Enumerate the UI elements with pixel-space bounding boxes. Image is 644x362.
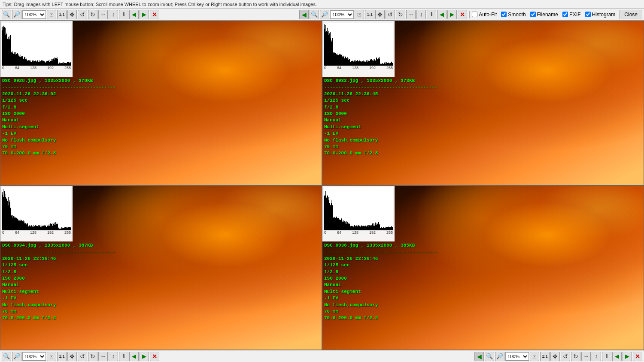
one-to-one-button-bottom-r[interactable]: 1:1	[540, 352, 550, 361]
one-to-one-button-top[interactable]: 1:1	[57, 10, 67, 19]
smooth-checkbox-label[interactable]: Smooth	[501, 12, 526, 18]
zoom-out-button[interactable]: 🔎	[12, 10, 21, 19]
fit-button-top[interactable]: ⊡	[47, 10, 56, 19]
info-button[interactable]: ℹ	[119, 10, 128, 19]
histogram-checkbox-label[interactable]: Histogram	[585, 12, 616, 18]
histogram-canvas-bl	[2, 187, 71, 230]
delete-button-top[interactable]: ✕	[150, 10, 159, 19]
exif-bl-shutter: 1/125 sec	[2, 262, 115, 268]
prev-button-top[interactable]: ◀	[129, 10, 139, 19]
exif-br-mode: Manual	[324, 282, 437, 288]
flip-h-button-br[interactable]: ↔	[581, 352, 591, 361]
flip-v-icon: ↕	[112, 11, 115, 18]
zoom-select-top-r[interactable]: 100%	[330, 10, 354, 19]
zoom-in-b-icon: 🔍	[3, 353, 10, 359]
info-b-icon: ℹ	[123, 353, 125, 359]
histogram-labels-br: 0 64 128 192 255	[322, 230, 395, 235]
zoom-in-button-br[interactable]: 🔍	[485, 352, 494, 361]
fit-button-top-r[interactable]: ⊡	[355, 10, 364, 19]
flip-v-button-r[interactable]: ↕	[416, 10, 426, 19]
close-button[interactable]: Close	[620, 10, 642, 19]
flip-h-br-icon: ↔	[583, 353, 589, 359]
info-button-br[interactable]: ℹ	[602, 352, 611, 361]
exif-tl-metering: Multi-segment	[2, 124, 115, 130]
exif-tl-shutter: 1/125 sec	[2, 97, 115, 104]
prev-button-bottom[interactable]: ◀	[129, 352, 139, 361]
flip-h-button-r[interactable]: ↔	[406, 10, 416, 19]
flip-v-button-br[interactable]: ↕	[592, 352, 601, 361]
zoom-select-bottom[interactable]: 100%	[22, 352, 46, 361]
flip-v-button[interactable]: ↕	[109, 10, 118, 19]
exif-tl-lens: 70.0-200.0 mm f/2.8	[2, 150, 115, 157]
fit-button-bottom-r[interactable]: ⊡	[530, 352, 539, 361]
pan-b-icon: ✥	[70, 353, 75, 360]
zoom-out-button-br[interactable]: 🔎	[495, 352, 504, 361]
pan-button-bottom[interactable]: ✥	[67, 352, 77, 361]
zoom-select-bottom-r[interactable]: 100%	[505, 352, 529, 361]
panel-top-right[interactable]: 0 64 128 192 255 DSC_0932.jpg , 1335x200…	[322, 21, 644, 185]
info-br-icon: ℹ	[606, 353, 608, 359]
prev-br-icon: ◀	[615, 353, 619, 359]
smooth-checkbox[interactable]	[501, 12, 507, 17]
exif-bl-focal: 70 mm	[2, 308, 115, 315]
zoom-out-b-icon: 🔎	[13, 353, 20, 359]
info-button-b[interactable]: ℹ	[119, 352, 128, 361]
exif-checkbox-label[interactable]: EXIF	[562, 12, 581, 18]
zoom-select-top[interactable]: 100%	[22, 10, 46, 19]
panel-bottom-left[interactable]: 0 64 128 192 255 DSC_0934.jpg , 1335x200…	[0, 185, 322, 350]
exif-checkbox[interactable]	[562, 12, 568, 17]
exif-tr: DSC_0932.jpg , 1335x2000 , 373KB -------…	[322, 77, 439, 158]
rotate-right-button-br[interactable]: ↻	[571, 352, 580, 361]
delete-button-top-r[interactable]: ✕	[458, 10, 467, 19]
exif-br-ev: -1 EV	[324, 295, 437, 302]
zoom-out-button-r[interactable]: 🔎	[320, 10, 329, 19]
zoom-out-button-b[interactable]: 🔎	[12, 352, 21, 361]
next-button-top-r[interactable]: ▶	[447, 10, 457, 19]
pan-button-top-r[interactable]: ✥	[375, 10, 385, 19]
flip-h-button-b[interactable]: ↔	[98, 352, 108, 361]
filename-checkbox[interactable]	[530, 12, 536, 17]
pan-button-top[interactable]: ✥	[67, 10, 77, 19]
nav-prev-b-icon: ◀	[477, 353, 482, 360]
histogram-labels-tl: 0 64 128 192 255	[0, 66, 73, 70]
autofit-checkbox[interactable]	[472, 12, 477, 17]
fit-button-bottom[interactable]: ⊡	[47, 352, 56, 361]
panel-top-left[interactable]: 0 64 128 192 255 DSC_0928.jpg , 1335x200…	[0, 21, 322, 185]
one-to-one-button-top-r[interactable]: 1:1	[365, 10, 374, 19]
one-to-one-button-bottom[interactable]: 1:1	[57, 352, 67, 361]
exif-tl-dashes: ----------------------------------------	[2, 84, 115, 90]
nav-prev-top[interactable]: ◀	[299, 10, 309, 19]
next-button-bottom[interactable]: ▶	[140, 352, 149, 361]
histogram-canvas-br	[324, 187, 393, 230]
histogram-checkbox[interactable]	[585, 12, 591, 17]
delete-button-bottom-r[interactable]: ✕	[633, 352, 642, 361]
zoom-in-button-r[interactable]: 🔍	[310, 10, 319, 19]
exif-bl-iso: ISO 2000	[2, 275, 115, 282]
info-button-r[interactable]: ℹ	[427, 10, 436, 19]
exif-tr-aperture: f/2.8	[324, 104, 437, 111]
zoom-in-button[interactable]: 🔍	[2, 10, 11, 19]
next-button-top[interactable]: ▶	[140, 10, 149, 19]
prev-button-top-r[interactable]: ◀	[437, 10, 447, 19]
rotate-left-button-br[interactable]: ↺	[561, 352, 570, 361]
rotate-left-button[interactable]: ↺	[78, 10, 87, 19]
rotate-right-button-b[interactable]: ↻	[88, 352, 97, 361]
rotate-left-button-b[interactable]: ↺	[78, 352, 87, 361]
zoom-in-button-b[interactable]: 🔍	[2, 352, 11, 361]
rotate-left-button-r[interactable]: ↺	[386, 10, 395, 19]
delete-button-bottom[interactable]: ✕	[150, 352, 159, 361]
prev-button-bottom-r[interactable]: ◀	[612, 352, 622, 361]
fit-r-icon: ⊡	[357, 12, 361, 18]
nav-prev-bottom[interactable]: ◀	[474, 352, 484, 361]
exif-bl-lens: 70.0-200.0 mm f/2.8	[2, 315, 115, 321]
flip-h-button[interactable]: ↔	[98, 10, 108, 19]
pan-button-bottom-r[interactable]: ✥	[550, 352, 560, 361]
exif-tr-mode: Manual	[324, 117, 437, 124]
rotate-right-button-r[interactable]: ↻	[396, 10, 405, 19]
next-button-bottom-r[interactable]: ▶	[623, 352, 632, 361]
panel-bottom-right[interactable]: 0 64 128 192 255 DSC_0936.jpg , 1335x200…	[322, 185, 644, 350]
filename-checkbox-label[interactable]: Filename	[530, 12, 558, 18]
flip-v-button-b[interactable]: ↕	[109, 352, 118, 361]
rotate-right-button[interactable]: ↻	[88, 10, 97, 19]
autofit-checkbox-label[interactable]: Auto-Fit	[472, 12, 497, 18]
